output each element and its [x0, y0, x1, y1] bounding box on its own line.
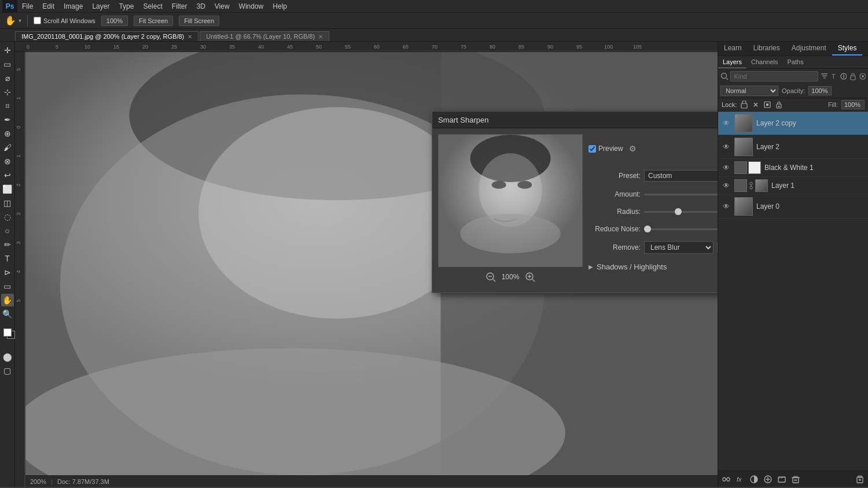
lock-artboard-icon[interactable]: [763, 101, 771, 109]
screen-mode[interactable]: ▢: [1, 364, 14, 377]
tab-active-close[interactable]: ✕: [187, 34, 192, 40]
menu-3d[interactable]: 3D: [192, 1, 209, 12]
path-tool[interactable]: ⊳: [1, 266, 14, 279]
group-icon[interactable]: [777, 475, 786, 484]
healing-tool[interactable]: ⊕: [1, 127, 14, 140]
menu-file[interactable]: File: [17, 1, 38, 12]
menu-filter[interactable]: Filter: [167, 1, 192, 12]
layers-tab-layers[interactable]: Layers: [718, 56, 746, 68]
tab-second[interactable]: Untitled-1 @ 66.7% (Layer 10, RGB/8) ✕: [200, 31, 329, 41]
blur-tool[interactable]: ◌: [1, 210, 14, 223]
reduce-noise-thumb[interactable]: [644, 225, 651, 232]
menu-edit[interactable]: Edit: [38, 1, 59, 12]
reduce-noise-row: Reduce Noise: 0 %: [589, 223, 718, 235]
zoom-out-button[interactable]: [484, 271, 497, 283]
svg-rect-62: [851, 76, 855, 80]
layers-tab-channels[interactable]: Channels: [746, 56, 782, 68]
layer-thumb-bw-layer0: [735, 198, 752, 215]
preview-image[interactable]: [438, 134, 583, 267]
layer-eye-layer0[interactable]: 👁: [722, 202, 731, 211]
menu-view[interactable]: View: [210, 1, 234, 12]
history-tool[interactable]: ↩: [1, 169, 14, 182]
lock-all-icon[interactable]: [775, 101, 783, 109]
link-layers-icon[interactable]: [722, 475, 731, 484]
layers-tab-paths[interactable]: Paths: [783, 56, 808, 68]
remove-select[interactable]: Lens Blur Gaussian Blur Motion Blur: [644, 241, 713, 254]
preview-checkbox-input[interactable]: [589, 145, 596, 153]
panel-tab-libraries[interactable]: Libraries: [748, 42, 786, 56]
preview-checkbox-label[interactable]: Preview: [589, 145, 623, 153]
fg-bg-colors[interactable]: [1, 327, 14, 340]
layer-thumb-group-layer1: [734, 179, 768, 192]
dodge-tool[interactable]: ○: [1, 224, 14, 237]
layer-item-layer0[interactable]: 👁 Layer 0: [718, 195, 868, 219]
text-tool[interactable]: T: [1, 252, 14, 265]
blend-mode-select[interactable]: Normal Multiply Screen: [720, 86, 778, 96]
shadows-highlights-row[interactable]: ▶ Shadows / Highlights: [589, 260, 718, 273]
fit-screen-button[interactable]: Fit Screen: [134, 16, 173, 26]
tab-active[interactable]: IMG_20201108_0001.jpg @ 200% (Layer 2 co…: [15, 31, 198, 41]
menu-layer[interactable]: Layer: [87, 1, 114, 12]
svg-point-45: [492, 181, 506, 189]
panel-tab-styles[interactable]: Styles: [832, 42, 863, 56]
amount-slider[interactable]: [644, 190, 718, 199]
layer-item-layer2[interactable]: 👁 Layer 2: [718, 135, 868, 159]
lock-pixel-icon[interactable]: [740, 101, 748, 109]
wand-tool[interactable]: ⊹: [1, 86, 14, 98]
delete-layer-icon[interactable]: [791, 475, 800, 484]
ps-logo[interactable]: Ps: [2, 0, 17, 13]
shape-tool[interactable]: ▭: [1, 280, 14, 293]
radius-slider[interactable]: [644, 207, 718, 216]
radius-thumb[interactable]: [675, 208, 682, 215]
gradient-tool[interactable]: ◫: [1, 197, 14, 209]
layer-item-layer2copy[interactable]: 👁 Layer 2 copy: [718, 112, 868, 135]
fill-input[interactable]: [841, 100, 865, 109]
menu-window[interactable]: Window: [234, 1, 269, 12]
layer-eye-layer2copy[interactable]: 👁: [722, 119, 731, 128]
zoom-tool[interactable]: 🔍: [1, 308, 14, 320]
menu-type[interactable]: Type: [114, 1, 138, 12]
scroll-all-windows-checkbox[interactable]: [34, 17, 41, 24]
marquee-tool[interactable]: ▭: [1, 58, 14, 71]
dialog-gear-icon[interactable]: ⚙: [629, 144, 637, 153]
tab-second-close[interactable]: ✕: [318, 34, 323, 40]
stamp-tool[interactable]: ⊗: [1, 155, 14, 168]
layer-eye-layer2[interactable]: 👁: [722, 142, 731, 151]
fx-icon[interactable]: fx: [735, 475, 745, 484]
fill-screen-button[interactable]: Fill Screen: [179, 16, 219, 26]
zoom-out-icon: [486, 272, 496, 282]
crop-tool[interactable]: ⌗: [1, 99, 14, 112]
preview-row: Preview ⚙: [589, 144, 637, 153]
brush-tool[interactable]: 🖌: [1, 141, 14, 154]
lasso-tool[interactable]: ⌀: [1, 72, 14, 84]
zoom-100-button[interactable]: 100%: [101, 16, 128, 26]
layer-item-layer1[interactable]: 👁 Layer 1: [718, 177, 868, 195]
svg-text:5: 5: [16, 68, 21, 71]
new-layer-icon[interactable]: [855, 475, 865, 484]
mask-icon[interactable]: [749, 475, 759, 484]
panel-tab-adjustment[interactable]: Adjustment: [786, 42, 832, 56]
layers-search-input[interactable]: [730, 71, 818, 82]
eyedropper-tool[interactable]: ✒: [1, 113, 14, 126]
menu-select[interactable]: Select: [138, 1, 167, 12]
panel-tab-learn[interactable]: Learn: [718, 42, 748, 56]
svg-line-53: [532, 279, 535, 282]
preset-container: Custom Default ▾: [644, 170, 718, 182]
zoom-in-button[interactable]: [524, 271, 536, 283]
adjustment-icon[interactable]: [763, 475, 773, 484]
move-tool[interactable]: ✛: [1, 44, 14, 57]
menu-help[interactable]: Help: [268, 1, 292, 12]
lock-position-icon[interactable]: [752, 101, 760, 109]
remove-angle-input[interactable]: 0: [717, 242, 718, 253]
preset-select[interactable]: Custom Default: [644, 170, 718, 182]
eraser-tool[interactable]: ⬜: [1, 183, 14, 195]
hand-tool[interactable]: ✋: [1, 294, 14, 306]
layer-item-bw1[interactable]: 👁 Black & White 1: [718, 159, 868, 177]
quick-mask[interactable]: ⬤: [1, 350, 14, 363]
menu-image[interactable]: Image: [59, 1, 87, 12]
pen-tool[interactable]: ✏: [1, 238, 14, 251]
layer-eye-layer1[interactable]: 👁: [722, 181, 731, 190]
layer-eye-bw1[interactable]: 👁: [722, 163, 731, 172]
opacity-input[interactable]: [808, 86, 832, 95]
reduce-noise-slider[interactable]: [644, 224, 718, 234]
